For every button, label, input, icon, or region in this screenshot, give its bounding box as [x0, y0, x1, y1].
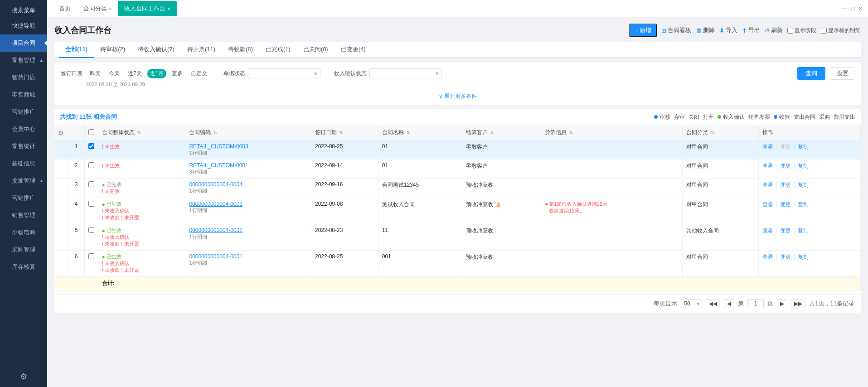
sidebar-item-sales-mgmt[interactable]: 销售管理 [0, 207, 47, 224]
date-opt-today[interactable]: 今天 [106, 69, 122, 78]
row5-copy-btn[interactable]: 复制 [798, 227, 809, 235]
date-opt-custom[interactable]: 自定义 [188, 69, 210, 78]
row6-change-btn[interactable]: 变更 [780, 253, 791, 261]
sub-tab-pending-review[interactable]: 待审核(2) [94, 42, 131, 58]
action-income-confirm[interactable]: 收入确认 [718, 113, 745, 121]
income-confirm-select[interactable] [369, 68, 442, 78]
prev-page-btn[interactable]: ◀ [724, 299, 734, 308]
action-close[interactable]: 关闭 [689, 113, 699, 121]
import-btn[interactable]: ⬇ 导入 [719, 26, 737, 34]
select-all-checkbox[interactable] [88, 129, 94, 135]
row6-view-btn[interactable]: 查看 [762, 253, 773, 261]
settings-button[interactable]: 设置 [831, 67, 854, 80]
refresh-btn[interactable]: ↺ 刷新 [765, 26, 783, 34]
sidebar-item-purchase[interactable]: 采购管理 [0, 241, 47, 258]
action-expense[interactable]: 费用支出 [834, 113, 855, 121]
row1-code-link[interactable]: RETAIL_CUSTOM-0003 [189, 143, 307, 150]
expand-more-btn[interactable]: ∨ 展开更多条件 [439, 92, 477, 100]
sub-tab-changed[interactable]: 已变更(4) [335, 42, 372, 58]
row5-view-btn[interactable]: 查看 [762, 227, 773, 235]
sub-tab-closed[interactable]: 已关闭(0) [297, 42, 335, 58]
row6-select[interactable] [88, 253, 94, 259]
page-input[interactable] [747, 299, 764, 308]
date-opt-1month[interactable]: 近1月 [147, 69, 167, 78]
action-collect[interactable]: 收款 [774, 113, 790, 121]
doc-status-select[interactable] [248, 68, 320, 78]
date-opt-yesterday[interactable]: 昨天 [87, 69, 103, 78]
contract-board-btn[interactable]: ⊞ 合同看板 [661, 26, 691, 34]
action-open[interactable]: 打开 [703, 113, 714, 121]
sidebar-search[interactable]: 搜索菜单 [0, 0, 47, 19]
row1-select[interactable] [88, 143, 94, 149]
row3-view-btn[interactable]: 查看 [762, 181, 773, 189]
tab-contract-category[interactable]: 合同分类 × [77, 1, 118, 16]
row4-change-btn[interactable]: 变更 [780, 201, 791, 208]
h-scroll-bar[interactable] [61, 290, 854, 294]
column-settings-icon[interactable]: ⚙ [58, 129, 64, 136]
tab-income-workbench[interactable]: 收入合同工作台 × [118, 1, 176, 16]
window-max-btn[interactable]: □ [851, 5, 855, 12]
row5-select[interactable] [88, 227, 94, 233]
date-opt-7days[interactable]: 近7天 [125, 69, 145, 78]
row1-view-btn[interactable]: 查看 [762, 143, 773, 151]
row3-copy-btn[interactable]: 复制 [798, 181, 809, 189]
first-page-btn[interactable]: ◀◀ [706, 299, 720, 308]
delete-btn[interactable]: 🗑 删除 [696, 26, 715, 34]
action-review[interactable]: 审核 [654, 113, 670, 121]
row6-copy-btn[interactable]: 复制 [798, 253, 809, 261]
row2-view-btn[interactable]: 查看 [762, 162, 773, 170]
row2-select[interactable] [88, 162, 94, 168]
sub-tab-pending-invoice[interactable]: 待开票(11) [181, 42, 222, 58]
tab-home[interactable]: 首页 [53, 1, 77, 16]
sidebar-item-marketing[interactable]: 营销推广 [0, 103, 47, 121]
date-opt-more[interactable]: 更多 [169, 69, 185, 78]
sidebar-item-wholesale-mgmt[interactable]: 批发管理 ▲ [0, 172, 47, 189]
query-button[interactable]: 查询 [797, 67, 825, 80]
sidebar-item-retail-mgmt[interactable]: 零售管理 ▲ [0, 52, 47, 69]
sidebar-item-inventory[interactable]: 库存核算 [0, 258, 47, 276]
sidebar-item-retail-shop[interactable]: 零售商城 [0, 86, 47, 103]
show-phase-checkbox[interactable] [787, 28, 793, 34]
row4-view-btn[interactable]: 查看 [762, 201, 773, 208]
row4-code-link[interactable]: 0000000000004-0003 [189, 201, 307, 207]
per-page-select[interactable]: 50 100 [681, 299, 702, 308]
action-sales-invoice[interactable]: 销售发票 [748, 113, 770, 121]
window-min-btn[interactable]: — [842, 5, 848, 12]
row3-change-btn[interactable]: 变更 [780, 181, 791, 189]
sidebar-settings[interactable]: ⚙ [0, 366, 47, 387]
action-purchase[interactable]: 采购 [819, 113, 830, 121]
row5-change-btn[interactable]: 变更 [780, 227, 791, 235]
row2-code-link[interactable]: RETAIL_CUSTOM-0001 [189, 162, 307, 169]
sub-tab-all[interactable]: 全部(11) [59, 42, 94, 58]
sidebar-item-marketing2[interactable]: 营销推广 [0, 189, 47, 207]
sub-tab-pending-income[interactable]: 待收入确认(7) [131, 42, 181, 58]
action-expense-contract[interactable]: 支出合同 [794, 113, 815, 121]
export-btn[interactable]: ⬆ 导出 [742, 26, 760, 34]
next-page-btn[interactable]: ▶ [777, 299, 787, 308]
row1-copy-btn[interactable]: 复制 [798, 143, 809, 151]
sidebar-item-smart-store[interactable]: 智慧门店 [0, 69, 47, 86]
window-close-btn[interactable]: × [858, 5, 863, 13]
row3-select[interactable] [88, 181, 94, 187]
sidebar-item-project[interactable]: 项目合同 [0, 34, 47, 52]
show-detail-checkbox[interactable] [821, 28, 827, 34]
sub-tab-pending-payment[interactable]: 待收款(8) [222, 42, 259, 58]
row2-change-btn[interactable]: 变更 [780, 162, 791, 170]
sidebar-item-member[interactable]: 会员中心 [0, 121, 47, 138]
last-page-btn[interactable]: ▶▶ [791, 299, 805, 308]
new-button[interactable]: + 新增 [629, 24, 657, 37]
sub-tab-completed[interactable]: 已完成(1) [259, 42, 297, 58]
row6-code-link[interactable]: 0000000000004-0001 [189, 253, 307, 260]
sidebar-item-retail-stats[interactable]: 零售统计 [0, 138, 47, 155]
action-abandon[interactable]: 弃审 [674, 113, 685, 121]
sidebar-nav[interactable]: 快捷导航 [0, 19, 47, 34]
row2-copy-btn[interactable]: 复制 [798, 162, 809, 170]
row4-select[interactable] [88, 201, 94, 207]
row5-code-link[interactable]: 0000000000004-0002 [189, 227, 307, 233]
row4-copy-btn[interactable]: 复制 [798, 201, 809, 208]
tab-income-workbench-close[interactable]: × [167, 6, 170, 11]
sidebar-item-xiaochu[interactable]: 小畅电商 [0, 224, 47, 241]
sidebar-item-base-info[interactable]: 基础信息 [0, 155, 47, 172]
row3-code-link[interactable]: 0000000000004-0004 [189, 181, 307, 188]
tab-contract-category-close[interactable]: × [109, 6, 112, 11]
